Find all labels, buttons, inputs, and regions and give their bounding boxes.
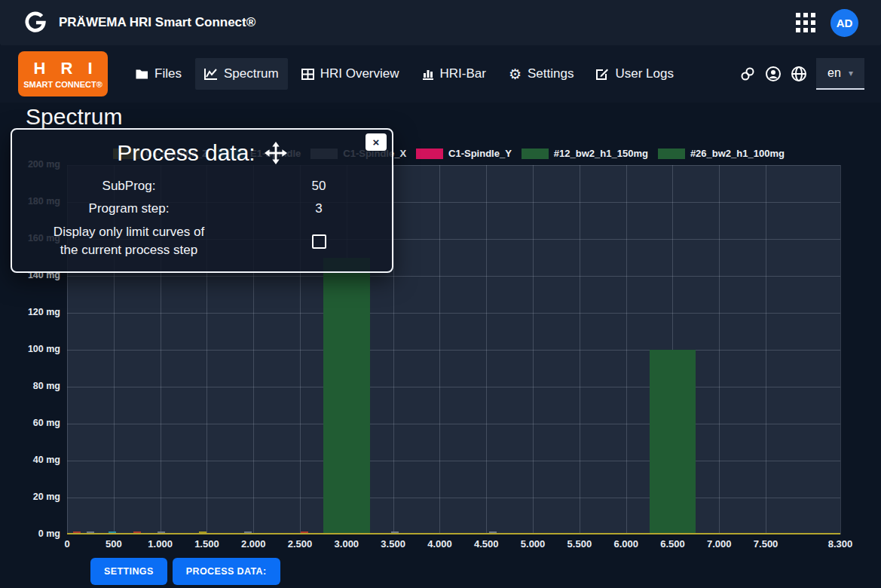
hri-brand-badge[interactable]: H R I SMART CONNECT®	[18, 51, 108, 96]
legend-label: C1-Spindle_Y	[448, 148, 512, 159]
x-tick-label: 2.000	[241, 538, 266, 550]
page-title: Spectrum	[26, 104, 122, 130]
apps-grid-icon[interactable]	[796, 13, 815, 32]
x-tick-label: 500	[106, 538, 122, 550]
legend-swatch	[522, 149, 549, 159]
nav-label: Files	[154, 66, 182, 81]
noise-speck	[244, 531, 252, 533]
table-icon	[301, 69, 314, 80]
bottom-buttons: SETTINGS PROCESS DATA:	[90, 558, 280, 585]
gridline-v	[439, 165, 440, 534]
limit-curves-label: Display only limit curves of the current…	[12, 223, 246, 259]
nav-label: Settings	[528, 66, 574, 81]
link-icon[interactable]	[739, 66, 756, 82]
nav-label: HRI-Bar	[440, 66, 486, 81]
app-window: PRÄWEMA HRI Smart Connect® AD H R I SMAR…	[0, 0, 881, 588]
x-tick-label: 5.500	[567, 538, 592, 550]
settings-button[interactable]: SETTINGS	[90, 558, 167, 585]
gridline-h	[67, 276, 840, 277]
chevron-down-icon: ▾	[849, 68, 853, 78]
gridline-h	[67, 424, 840, 424]
main-navbar: H R I SMART CONNECT® Files Spectrum	[0, 45, 881, 103]
nav-label: Spectrum	[224, 66, 279, 81]
nav-label: User Logs	[615, 66, 673, 81]
gridline-v	[533, 165, 534, 534]
x-tick-label: 1.000	[148, 538, 173, 550]
process-data-button[interactable]: PROCESS DATA:	[173, 558, 280, 585]
nav-item-files[interactable]: Files	[127, 58, 191, 90]
gridline-v	[766, 165, 766, 534]
gridline-h	[67, 498, 840, 498]
subprog-value: 50	[246, 179, 392, 194]
move-icon[interactable]	[265, 142, 287, 164]
brand-line1: H R I	[28, 59, 97, 78]
gridline-h	[67, 350, 840, 351]
modal-title: Process data:	[117, 140, 255, 166]
baseline-series	[67, 533, 840, 534]
noise-speck	[109, 531, 116, 533]
modal-row-limit-curves: Display only limit curves of the current…	[12, 223, 392, 259]
nav-item-spectrum[interactable]: Spectrum	[195, 58, 288, 90]
modal-row-subprog: SubProg: 50	[12, 175, 392, 198]
x-tick-label: 2.500	[288, 538, 313, 550]
x-tick-label: 3.000	[335, 538, 359, 550]
topbar: PRÄWEMA HRI Smart Connect® AD	[0, 0, 881, 45]
gridline-h	[67, 313, 840, 314]
close-icon[interactable]: ×	[366, 133, 387, 151]
program-step-value: 3	[246, 201, 392, 216]
nav-item-hri-bar[interactable]: HRI-Bar	[413, 58, 495, 90]
gridline-h	[67, 461, 840, 461]
x-tick-label: 8.300	[828, 538, 853, 550]
gridline-v	[840, 165, 841, 534]
x-tick-label: 7.000	[707, 538, 732, 550]
gear-icon: ⚙	[509, 67, 522, 81]
x-tick-label: 4.500	[474, 538, 499, 550]
x-tick-label: 0	[64, 538, 69, 550]
legend-swatch	[416, 149, 443, 159]
nav-right-controls: en ▾	[739, 45, 864, 103]
line-chart-icon	[204, 68, 218, 80]
x-tick-label: 7.500	[754, 538, 779, 550]
x-axis: 05001.0001.5002.0002.5003.0003.5004.0004…	[67, 538, 840, 553]
x-tick-label: 1.500	[194, 538, 219, 550]
noise-speck	[133, 531, 141, 533]
limit-curves-checkbox[interactable]	[312, 234, 326, 249]
limit-curve-bar	[650, 350, 696, 534]
bar-chart-icon	[422, 68, 434, 80]
legend-label: #26_bw2_h1_100mg	[690, 148, 785, 159]
gridline-v	[626, 165, 627, 534]
legend-item[interactable]: #12_bw2_h1_150mg	[522, 148, 648, 159]
x-tick-label: 3.500	[381, 538, 405, 550]
language-value: en	[827, 66, 841, 80]
nav-item-settings[interactable]: ⚙ Settings	[500, 58, 583, 90]
noise-speck	[489, 531, 497, 533]
globe-icon[interactable]	[791, 66, 807, 82]
gridline-v	[580, 165, 580, 534]
language-selector[interactable]: en ▾	[816, 58, 864, 90]
edit-square-icon	[596, 68, 609, 80]
nav-item-hri-overview[interactable]: HRI Overview	[292, 58, 408, 90]
x-tick-label: 6.000	[613, 538, 638, 550]
praewema-logo-icon	[24, 11, 47, 34]
brand-line2: SMART CONNECT®	[23, 80, 102, 89]
gridline-v	[719, 165, 720, 534]
y-tick-label: 0 mg	[38, 528, 60, 539]
user-circle-icon[interactable]	[765, 66, 782, 82]
limit-curve-bar	[323, 258, 370, 535]
modal-row-program-step: Program step: 3	[12, 198, 392, 220]
noise-speck	[391, 531, 399, 533]
nav-item-user-logs[interactable]: User Logs	[587, 58, 682, 90]
legend-item[interactable]: #26_bw2_h1_100mg	[658, 148, 785, 159]
process-data-modal: × Process data: SubProg: 50 Program	[11, 128, 393, 273]
x-tick-label: 6.500	[660, 538, 685, 550]
noise-speck	[73, 531, 81, 533]
user-avatar[interactable]: AD	[831, 9, 858, 37]
noise-speck	[87, 531, 94, 533]
gridline-h	[67, 387, 840, 387]
legend-swatch	[658, 149, 685, 159]
legend-item[interactable]: C1-Spindle_Y	[416, 148, 512, 159]
y-tick-label: 20 mg	[33, 492, 60, 502]
noise-speck	[301, 531, 308, 533]
gridline-v	[486, 165, 487, 534]
y-tick-label: 40 mg	[33, 455, 60, 465]
